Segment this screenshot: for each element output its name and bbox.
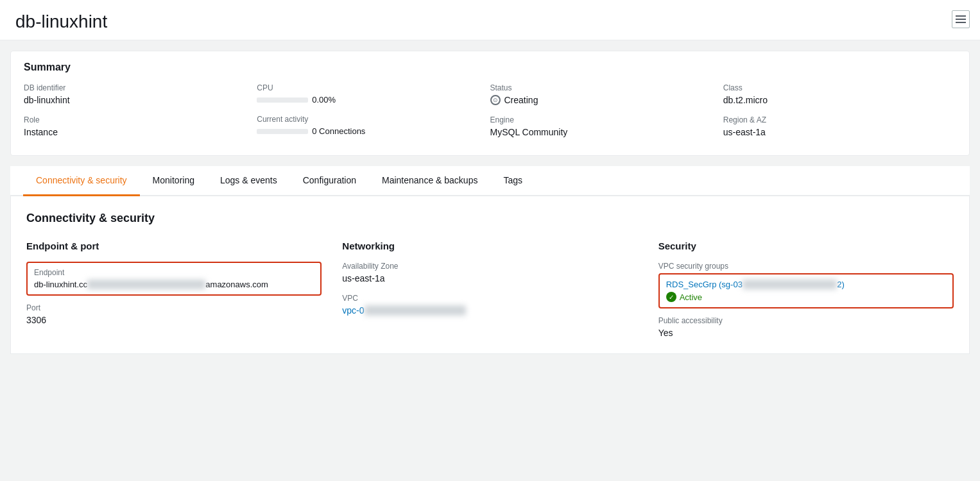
networking-col: Networking Availability Zone us-east-1a …: [342, 240, 637, 338]
status-value: ⊙ Creating: [490, 95, 710, 105]
cpu-value: 0.00%: [312, 95, 336, 105]
svg-rect-0: [956, 15, 966, 17]
vpc-sg-label: VPC security groups: [658, 262, 954, 271]
sg-status-text: Active: [680, 292, 702, 302]
menu-icon[interactable]: [952, 10, 970, 28]
creating-icon: ⊙: [490, 95, 501, 105]
summary-col-cpu: CPU 0.00% Current activity 0 Connections: [257, 83, 490, 145]
security-group-box: RDS_SecGrp (sg-03████████████████2) ✓ Ac…: [658, 273, 954, 308]
region-az-value: us-east-1a: [723, 127, 943, 137]
cpu-bar: [257, 97, 308, 103]
connections-bar-container: 0 Connections: [257, 126, 477, 136]
sg-prefix: RDS_SecGrp (sg-03: [666, 280, 743, 289]
class-label: Class: [723, 83, 943, 92]
security-col: Security VPC security groups RDS_SecGrp …: [658, 240, 954, 338]
cpu-label: CPU: [257, 83, 477, 92]
tab-connectivity[interactable]: Connectivity & security: [23, 166, 140, 196]
sg-blurred: ████████████████: [743, 280, 837, 289]
page-header: db-linuxhint: [0, 0, 980, 40]
engine-value: MySQL Community: [490, 127, 710, 137]
vpc-link[interactable]: vpc-0████████████████: [342, 305, 466, 316]
endpoint-label: Endpoint: [34, 268, 314, 277]
current-activity-label: Current activity: [257, 115, 477, 124]
role-label: Role: [24, 115, 244, 124]
summary-card: Summary DB identifier db-linuxhint Role …: [10, 51, 970, 156]
vpc-prefix: vpc-0: [342, 305, 364, 316]
db-identifier-label: DB identifier: [24, 83, 244, 92]
tab-tags[interactable]: Tags: [490, 166, 535, 196]
port-value: 3306: [26, 315, 322, 325]
sg-suffix: 2): [837, 280, 845, 289]
class-value: db.t2.micro: [723, 95, 943, 105]
tabs-bar: Connectivity & security Monitoring Logs …: [10, 166, 970, 196]
networking-title: Networking: [342, 240, 637, 251]
tab-logs[interactable]: Logs & events: [207, 166, 290, 196]
endpoint-port-title: Endpoint & port: [26, 240, 322, 251]
summary-grid: DB identifier db-linuxhint Role Instance…: [24, 83, 956, 145]
endpoint-value: db-linuxhint.cc████████████████████amazo…: [34, 280, 314, 289]
page-title: db-linuxhint: [15, 12, 965, 32]
region-az-label: Region & AZ: [723, 115, 943, 124]
security-title: Security: [658, 240, 954, 251]
summary-col-db: DB identifier db-linuxhint Role Instance: [24, 83, 257, 145]
summary-col-class: Class db.t2.micro Region & AZ us-east-1a: [723, 83, 956, 145]
vpc-blurred: ████████████████: [365, 305, 467, 316]
connectivity-grid: Endpoint & port Endpoint db-linuxhint.cc…: [26, 240, 954, 338]
tab-configuration[interactable]: Configuration: [290, 166, 369, 196]
az-label: Availability Zone: [342, 262, 637, 271]
engine-label: Engine: [490, 115, 710, 124]
connections-bar: [257, 129, 308, 134]
public-access-value: Yes: [658, 328, 954, 338]
endpoint-blurred: ████████████████████: [87, 280, 205, 289]
endpoint-box: Endpoint db-linuxhint.cc████████████████…: [26, 262, 322, 296]
svg-rect-2: [956, 22, 966, 23]
connections-value: 0 Connections: [312, 126, 365, 136]
summary-heading: Summary: [24, 62, 956, 73]
tab-maintenance[interactable]: Maintenance & backups: [369, 166, 490, 196]
cpu-bar-container: 0.00%: [257, 95, 477, 105]
role-value: Instance: [24, 127, 244, 137]
svg-rect-1: [956, 19, 966, 20]
connectivity-section: Connectivity & security Endpoint & port …: [10, 196, 970, 354]
public-access-label: Public accessibility: [658, 316, 954, 325]
db-identifier-value: db-linuxhint: [24, 95, 244, 105]
security-group-status: ✓ Active: [666, 292, 946, 302]
port-label: Port: [26, 303, 322, 312]
active-check-icon: ✓: [666, 292, 676, 302]
endpoint-suffix: amazonaws.com: [205, 280, 268, 289]
vpc-value: vpc-0████████████████: [342, 305, 637, 316]
tab-monitoring[interactable]: Monitoring: [140, 166, 207, 196]
endpoint-port-col: Endpoint & port Endpoint db-linuxhint.cc…: [26, 240, 322, 338]
status-label: Status: [490, 83, 710, 92]
security-group-link[interactable]: RDS_SecGrp (sg-03████████████████2): [666, 280, 946, 289]
vpc-label: VPC: [342, 294, 637, 303]
endpoint-prefix: db-linuxhint.cc: [34, 280, 87, 289]
connectivity-section-title: Connectivity & security: [26, 212, 954, 225]
az-value: us-east-1a: [342, 273, 637, 283]
summary-col-status: Status ⊙ Creating Engine MySQL Community: [490, 83, 723, 145]
